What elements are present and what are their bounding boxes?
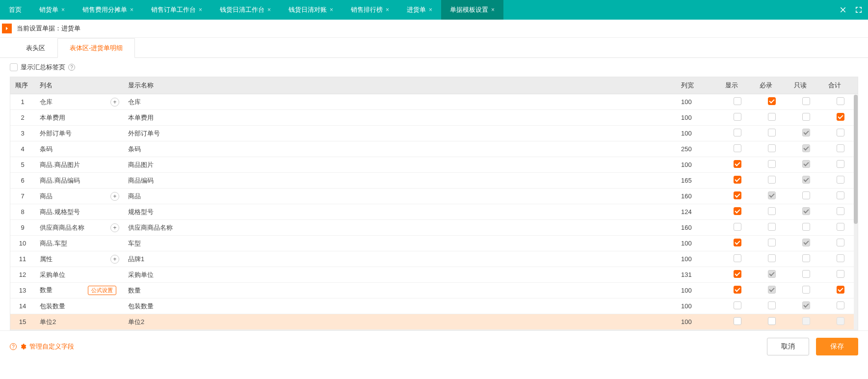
- cell-display[interactable]: 单位2: [123, 314, 676, 330]
- table-row[interactable]: 15单位2单位2100: [10, 314, 858, 330]
- table-row[interactable]: 10商品.车型车型100: [10, 236, 858, 251]
- show-summary-checkbox[interactable]: [10, 63, 18, 71]
- table-row[interactable]: 5商品.商品图片商品图片100: [10, 157, 858, 173]
- cell-display[interactable]: 仓库: [123, 94, 676, 110]
- checkbox[interactable]: [768, 160, 776, 168]
- close-icon[interactable]: ×: [330, 6, 333, 13]
- cell-width[interactable]: 160: [676, 220, 720, 236]
- checkbox[interactable]: [837, 207, 844, 215]
- checkbox[interactable]: [802, 286, 810, 294]
- scroll-thumb[interactable]: [854, 95, 858, 224]
- checkbox[interactable]: [768, 113, 776, 121]
- sub-tab[interactable]: 表体区-进货单明细: [57, 38, 135, 58]
- close-icon[interactable]: ×: [491, 6, 495, 13]
- checkbox[interactable]: [768, 254, 776, 262]
- checkbox[interactable]: [837, 301, 844, 309]
- checkbox[interactable]: [734, 239, 741, 246]
- close-icon[interactable]: ×: [61, 6, 65, 13]
- cell-width[interactable]: 100: [676, 251, 720, 267]
- checkbox[interactable]: [837, 254, 844, 262]
- checkbox[interactable]: [837, 191, 844, 199]
- cell-width[interactable]: 100: [676, 110, 720, 126]
- cell-width[interactable]: 100: [676, 298, 720, 314]
- close-icon[interactable]: ×: [130, 6, 133, 13]
- checkbox[interactable]: [802, 97, 810, 105]
- checkbox[interactable]: [802, 113, 810, 121]
- cell-display[interactable]: 本单费用: [123, 110, 676, 126]
- checkbox[interactable]: [837, 113, 844, 121]
- table-row[interactable]: 4条码条码250: [10, 141, 858, 157]
- cell-display[interactable]: 包装数量: [123, 298, 676, 314]
- cell-width[interactable]: 100: [676, 283, 720, 298]
- cancel-button[interactable]: 取消: [767, 338, 809, 355]
- cell-display[interactable]: 条码: [123, 141, 676, 157]
- sub-tab[interactable]: 表头区: [14, 38, 57, 58]
- top-tab[interactable]: 进货单×: [398, 0, 441, 20]
- checkbox[interactable]: [768, 176, 776, 184]
- checkbox[interactable]: [837, 286, 844, 294]
- cell-width[interactable]: 100: [676, 126, 720, 141]
- cell-width[interactable]: 131: [676, 267, 720, 283]
- checkbox[interactable]: [768, 223, 776, 231]
- table-row[interactable]: 14包装数量包装数量100: [10, 298, 858, 314]
- top-tab[interactable]: 钱货日清工作台×: [211, 0, 280, 20]
- checkbox[interactable]: [734, 176, 741, 184]
- scrollbar[interactable]: [854, 95, 858, 330]
- cell-display[interactable]: 品牌1: [123, 251, 676, 267]
- checkbox[interactable]: [837, 144, 844, 152]
- checkbox[interactable]: [734, 191, 741, 199]
- checkbox[interactable]: [837, 176, 844, 184]
- checkbox[interactable]: [734, 286, 741, 294]
- cell-display[interactable]: 商品图片: [123, 157, 676, 173]
- plus-icon[interactable]: +: [110, 223, 119, 232]
- checkbox[interactable]: [734, 301, 741, 309]
- close-icon[interactable]: ×: [429, 6, 432, 13]
- plus-icon[interactable]: +: [110, 192, 119, 201]
- fullscreen-icon[interactable]: [854, 5, 863, 14]
- checkbox[interactable]: [802, 254, 810, 262]
- checkbox[interactable]: [802, 270, 810, 278]
- table-row[interactable]: 7商品+商品160: [10, 189, 858, 204]
- checkbox[interactable]: [734, 207, 741, 215]
- cell-width[interactable]: 165: [676, 173, 720, 189]
- checkbox[interactable]: [802, 191, 810, 199]
- top-tab[interactable]: 销售排行榜×: [342, 0, 398, 20]
- breadcrumb-chevron-icon[interactable]: [2, 24, 12, 33]
- checkbox[interactable]: [734, 254, 741, 262]
- cell-display[interactable]: 商品编码: [123, 173, 676, 189]
- checkbox[interactable]: [802, 223, 810, 231]
- cell-width[interactable]: 160: [676, 189, 720, 204]
- checkbox[interactable]: [768, 317, 776, 325]
- cell-width[interactable]: 100: [676, 94, 720, 110]
- cell-display[interactable]: 数量: [123, 283, 676, 298]
- checkbox[interactable]: [837, 97, 844, 105]
- manage-custom-fields-link[interactable]: 管理自定义字段: [29, 342, 74, 351]
- cell-display[interactable]: 外部订单号: [123, 126, 676, 141]
- table-row[interactable]: 1仓库+仓库100: [10, 94, 858, 110]
- cell-width[interactable]: 124: [676, 204, 720, 220]
- table-row[interactable]: 9供应商商品名称+供应商商品名称160: [10, 220, 858, 236]
- checkbox[interactable]: [734, 113, 741, 121]
- save-button[interactable]: 保存: [816, 338, 858, 355]
- table-row[interactable]: 8商品.规格型号规格型号124: [10, 204, 858, 220]
- top-tab[interactable]: 销售费用分摊单×: [74, 0, 142, 20]
- top-tab[interactable]: 销售订单工作台×: [142, 0, 211, 20]
- table-row[interactable]: 13数量公式设置数量100: [10, 283, 858, 298]
- checkbox[interactable]: [768, 239, 776, 246]
- checkbox[interactable]: [837, 270, 844, 278]
- cell-width[interactable]: 250: [676, 141, 720, 157]
- table-row[interactable]: 6商品.商品编码商品编码165: [10, 173, 858, 189]
- top-tab[interactable]: 钱货日清对账×: [280, 0, 342, 20]
- checkbox[interactable]: [837, 239, 844, 246]
- top-tab[interactable]: 首页: [0, 0, 30, 20]
- checkbox[interactable]: [734, 270, 741, 278]
- checkbox[interactable]: [734, 144, 741, 152]
- cell-display[interactable]: 采购单位: [123, 267, 676, 283]
- table-row[interactable]: 2本单费用本单费用100: [10, 110, 858, 126]
- close-all-tabs-icon[interactable]: [839, 5, 847, 14]
- top-tab[interactable]: 销货单×: [30, 0, 74, 20]
- checkbox[interactable]: [768, 129, 776, 136]
- formula-badge[interactable]: 公式设置: [88, 286, 116, 295]
- cell-display[interactable]: 商品: [123, 189, 676, 204]
- table-row[interactable]: 11属性+品牌1100: [10, 251, 858, 267]
